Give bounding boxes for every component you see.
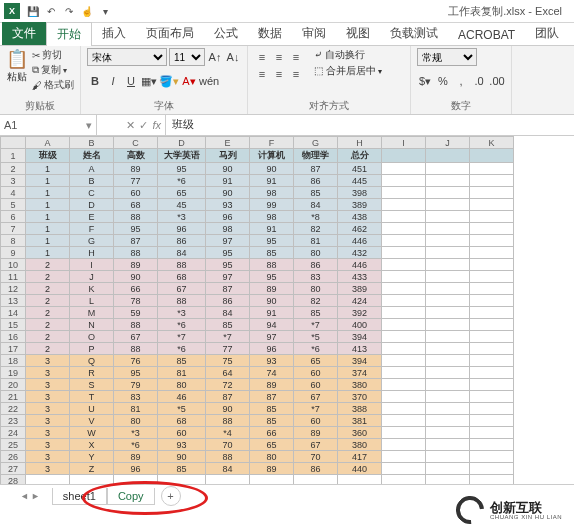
cell[interactable] <box>426 187 470 199</box>
cell[interactable] <box>382 355 426 367</box>
cell[interactable]: *6 <box>158 343 206 355</box>
cell[interactable]: 1 <box>26 187 70 199</box>
cell[interactable]: 90 <box>250 163 294 175</box>
cell[interactable] <box>470 211 514 223</box>
cell[interactable]: 95 <box>158 163 206 175</box>
cell[interactable]: 2 <box>26 271 70 283</box>
font-size-select[interactable]: 11 <box>169 48 205 66</box>
col-header[interactable]: D <box>158 137 206 149</box>
align-center-icon[interactable]: ≡ <box>271 65 287 83</box>
cell[interactable]: D <box>70 199 114 211</box>
cell[interactable] <box>470 271 514 283</box>
cell[interactable]: 451 <box>338 163 382 175</box>
cell[interactable]: 2 <box>26 319 70 331</box>
tab-home[interactable]: 开始 <box>46 22 92 46</box>
save-icon[interactable]: 💾 <box>24 2 42 20</box>
cell[interactable]: T <box>70 391 114 403</box>
cell[interactable]: 90 <box>206 403 250 415</box>
cell[interactable]: 413 <box>338 343 382 355</box>
format-painter-icon[interactable]: 🖌 <box>32 80 42 91</box>
fill-color-button[interactable]: 🪣▾ <box>159 72 179 90</box>
cell[interactable]: 65 <box>250 439 294 451</box>
row-header[interactable]: 4 <box>1 187 26 199</box>
cell[interactable]: 99 <box>250 199 294 211</box>
cell[interactable] <box>382 283 426 295</box>
cell[interactable] <box>470 355 514 367</box>
cell[interactable] <box>426 211 470 223</box>
cell[interactable] <box>470 331 514 343</box>
cell[interactable] <box>470 259 514 271</box>
cell[interactable]: 85 <box>250 415 294 427</box>
cell[interactable]: 91 <box>250 175 294 187</box>
cell[interactable] <box>382 451 426 463</box>
cell[interactable] <box>426 223 470 235</box>
row-header[interactable]: 21 <box>1 391 26 403</box>
cell[interactable]: 59 <box>114 307 158 319</box>
cell[interactable]: 97 <box>206 271 250 283</box>
cell[interactable]: 88 <box>206 415 250 427</box>
cell[interactable]: 85 <box>250 403 294 415</box>
cell[interactable]: 398 <box>338 187 382 199</box>
cell[interactable]: 79 <box>114 379 158 391</box>
cell[interactable]: 432 <box>338 247 382 259</box>
cell[interactable] <box>426 199 470 211</box>
cell[interactable]: 438 <box>338 211 382 223</box>
cell[interactable]: F <box>70 223 114 235</box>
cell[interactable]: 87 <box>114 235 158 247</box>
cell[interactable] <box>250 475 294 485</box>
cell[interactable] <box>470 379 514 391</box>
cell[interactable]: O <box>70 331 114 343</box>
cell[interactable]: 2 <box>26 343 70 355</box>
row-header[interactable]: 25 <box>1 439 26 451</box>
align-middle-icon[interactable]: ≡ <box>271 48 287 66</box>
cell[interactable]: 89 <box>250 283 294 295</box>
cell[interactable]: 89 <box>114 163 158 175</box>
cell[interactable]: 75 <box>206 355 250 367</box>
cell[interactable]: C <box>70 187 114 199</box>
cell[interactable] <box>470 247 514 259</box>
row-header[interactable]: 27 <box>1 463 26 475</box>
cell[interactable]: 68 <box>114 199 158 211</box>
cell[interactable]: 86 <box>294 463 338 475</box>
underline-button[interactable]: U <box>123 72 139 90</box>
cell[interactable]: 82 <box>294 295 338 307</box>
cell[interactable] <box>470 427 514 439</box>
cell[interactable] <box>426 331 470 343</box>
cell[interactable]: 66 <box>114 283 158 295</box>
row-header[interactable]: 11 <box>1 271 26 283</box>
wrap-text-icon[interactable]: ⤶ <box>314 49 322 60</box>
cell[interactable]: 3 <box>26 415 70 427</box>
cell[interactable] <box>470 187 514 199</box>
cell[interactable]: 85 <box>206 319 250 331</box>
cell[interactable]: B <box>70 175 114 187</box>
cell[interactable] <box>470 319 514 331</box>
cell[interactable]: *7 <box>294 319 338 331</box>
cell[interactable] <box>70 475 114 485</box>
cell[interactable] <box>382 199 426 211</box>
cell[interactable]: 1 <box>26 235 70 247</box>
cell[interactable]: 60 <box>158 427 206 439</box>
cell[interactable]: 计算机 <box>250 149 294 163</box>
row-header[interactable]: 1 <box>1 149 26 163</box>
cell[interactable]: 89 <box>114 259 158 271</box>
cell[interactable]: K <box>70 283 114 295</box>
cell[interactable] <box>114 475 158 485</box>
cell[interactable]: 81 <box>294 235 338 247</box>
row-header[interactable]: 8 <box>1 235 26 247</box>
cell[interactable] <box>470 295 514 307</box>
cell[interactable] <box>470 223 514 235</box>
cell[interactable] <box>426 355 470 367</box>
cell[interactable]: 84 <box>206 463 250 475</box>
align-left-icon[interactable]: ≡ <box>254 65 270 83</box>
col-header[interactable]: G <box>294 137 338 149</box>
cell[interactable]: 400 <box>338 319 382 331</box>
tab-team[interactable]: 团队 <box>525 22 569 45</box>
cell[interactable] <box>382 163 426 175</box>
tab-acrobat[interactable]: ACROBAT <box>448 25 525 45</box>
row-header[interactable]: 28 <box>1 475 26 485</box>
font-name-select[interactable]: 宋体 <box>87 48 167 66</box>
col-header[interactable]: J <box>426 137 470 149</box>
cell[interactable]: V <box>70 415 114 427</box>
enter-icon[interactable]: ✓ <box>139 119 148 132</box>
cell[interactable]: 90 <box>206 163 250 175</box>
